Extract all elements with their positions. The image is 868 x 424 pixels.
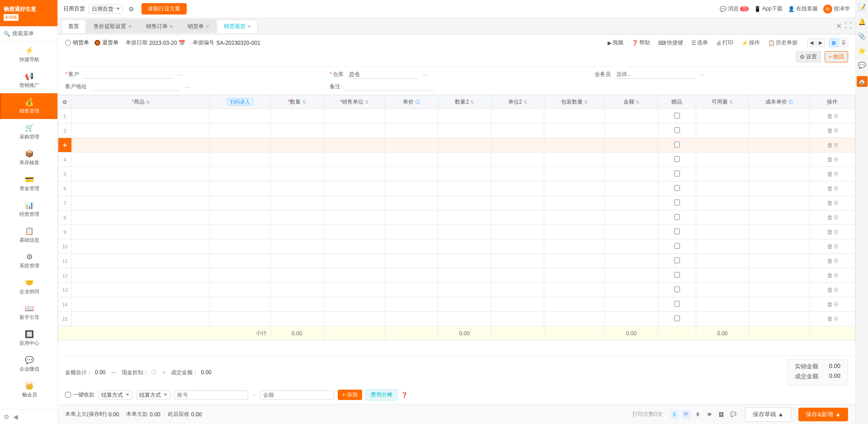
copy-icon[interactable]: ⎘ [835, 142, 838, 148]
active-product-input[interactable] [75, 142, 207, 148]
taskbar-icon-mic[interactable]: 🎙 [693, 410, 703, 419]
active-price-cell[interactable] [385, 138, 438, 152]
unit2-sort-icon[interactable]: ⇅ [524, 100, 527, 105]
payment-method-select[interactable]: 结算方式 [98, 391, 132, 400]
sidebar-item-quick-nav[interactable]: ⚡ 快捷导航 [0, 42, 57, 67]
salesperson-input[interactable] [614, 70, 696, 79]
message-btn[interactable]: 💬 消息 70 [720, 5, 749, 13]
copy-icon[interactable]: ⎘ [835, 171, 838, 177]
gift-checkbox[interactable] [674, 257, 680, 263]
copy-icon[interactable]: ⎘ [835, 286, 838, 293]
table-settings-icon[interactable]: ⚙ [62, 99, 67, 105]
delete-icon[interactable]: 🗑 [827, 301, 833, 308]
pack-sort-icon[interactable]: ⇅ [584, 100, 588, 105]
pack-qty-cell[interactable] [544, 124, 605, 138]
calculation-method-select[interactable]: 结算方式 [136, 391, 170, 400]
pack-qty-cell[interactable] [544, 109, 605, 124]
right-panel-icon-3[interactable]: 📎 [858, 33, 866, 40]
save-new-button[interactable]: 保存&新增 ▲ [798, 408, 848, 421]
copy-icon[interactable]: ⎘ [835, 315, 838, 322]
sidebar-search[interactable]: 🔍 搜索菜单 [0, 26, 57, 42]
tab-sales-return[interactable]: 销货退货 ✕ [217, 19, 258, 33]
gift-checkbox[interactable] [674, 301, 680, 307]
add-row-icon[interactable]: + [63, 141, 67, 149]
copy-icon[interactable]: ⎘ [835, 272, 838, 279]
delete-icon[interactable]: 🗑 [827, 127, 833, 134]
sidebar-item-system[interactable]: ⚙ 系统管理 [0, 248, 57, 274]
delete-icon[interactable]: 🗑 [827, 272, 833, 279]
sidebar-item-finance[interactable]: 💳 资金管理 [0, 171, 57, 196]
tab-sales-delivery[interactable]: 销货单 ✕ [181, 19, 216, 33]
taskbar-icon-chat[interactable]: 💬 [729, 410, 738, 419]
address-input[interactable] [90, 82, 181, 91]
right-panel-icon-5[interactable]: 💬 [858, 62, 866, 69]
customer-input[interactable] [83, 70, 173, 79]
sidebar-item-basic[interactable]: 📋 基础信息 [0, 222, 57, 248]
tab-sales-order-close[interactable]: ✕ [170, 24, 173, 29]
copy-icon[interactable]: ⎘ [835, 229, 838, 235]
one-click-label[interactable]: 一键收款 [65, 391, 94, 399]
copy-icon[interactable]: ⎘ [835, 214, 838, 221]
experience-button[interactable]: 体验行业方案 [142, 3, 187, 14]
taskbar-icon-eye[interactable]: 👁 [705, 410, 714, 419]
shortcut-btn[interactable]: ⌨ 快捷键 [656, 38, 685, 48]
account-dots[interactable]: ··· [252, 392, 256, 398]
list-view-btn[interactable]: ☰ [839, 38, 848, 47]
unit-price-cell[interactable] [385, 124, 438, 138]
video-btn[interactable]: ▶ 视频 [606, 38, 625, 48]
delete-icon[interactable]: 🗑 [827, 214, 833, 221]
delete-icon[interactable]: 🗑 [827, 286, 833, 293]
gift-cell[interactable] [658, 109, 696, 124]
barcode-scan-btn[interactable]: 扫码录入 [227, 98, 253, 105]
delete-icon[interactable]: 🗑 [827, 171, 833, 177]
tab-sales-return-close[interactable]: ✕ [247, 24, 251, 29]
taskbar-icon-zh[interactable]: 中 [682, 410, 691, 419]
salesperson-dots[interactable]: ··· [699, 71, 705, 78]
copy-icon[interactable]: ⎘ [835, 185, 838, 192]
tab-price-settings[interactable]: 售价提取设置 ✕ [87, 19, 138, 33]
right-panel-icon-6[interactable]: 🏠 [857, 76, 868, 87]
remarks-input[interactable] [344, 82, 434, 91]
qty2-cell[interactable] [438, 124, 491, 138]
right-panel-icon-2[interactable]: 🔔 [858, 18, 866, 25]
gift-checkbox[interactable] [674, 214, 680, 220]
sidebar-item-member[interactable]: 👑 畅会员 [0, 377, 57, 403]
delete-icon[interactable]: 🗑 [827, 243, 833, 250]
tab-home[interactable]: 首页 [61, 19, 86, 33]
close-all-icon[interactable]: ✕ [836, 22, 842, 30]
sidebar-item-operations[interactable]: 📊 经营管理 [0, 196, 57, 222]
sidebar-item-inventory[interactable]: 📦 库存核算 [0, 145, 57, 171]
grid-view-btn[interactable]: ▦ [829, 38, 838, 47]
amount-input[interactable] [260, 391, 334, 400]
copy-icon[interactable]: ⎘ [835, 113, 838, 119]
gift-checkbox[interactable] [674, 185, 680, 191]
tab-sales-delivery-close[interactable]: ✕ [206, 24, 209, 29]
active-unit2-cell[interactable] [491, 138, 544, 152]
sidebar-item-enterprise[interactable]: 🤝 企业协同 [0, 274, 57, 300]
save-draft-button[interactable]: 保存草稿 ▲ [745, 407, 792, 422]
tab-price-settings-close[interactable]: ✕ [128, 24, 132, 29]
warehouse-input[interactable] [347, 70, 419, 79]
qty-cell[interactable] [270, 124, 323, 138]
add-payment-btn[interactable]: + + 添加 添加 [338, 390, 362, 400]
copy-icon[interactable]: ⎘ [835, 127, 838, 134]
taskbar-icon-s[interactable]: S [670, 410, 679, 419]
delete-icon[interactable]: 🗑 [827, 113, 833, 119]
gift-checkbox[interactable] [674, 171, 680, 176]
amount-sort-icon[interactable]: ⇅ [636, 100, 639, 105]
th-settings[interactable]: ⚙ [58, 95, 72, 109]
delete-icon[interactable]: 🗑 [827, 257, 833, 264]
sidebar-item-guide[interactable]: 📖 新手引导 [0, 300, 57, 325]
gift-checkbox[interactable] [674, 156, 680, 162]
active-unit-cell[interactable] [323, 138, 385, 152]
active-gift-checkbox[interactable] [674, 142, 680, 148]
right-panel-icon-1[interactable]: 📝 [858, 4, 866, 11]
print-btn[interactable]: 🖨 打印 [714, 38, 735, 48]
gift-checkbox[interactable] [674, 113, 680, 119]
sidebar-item-wechat[interactable]: 💬 企业微信 [0, 351, 57, 377]
active-product-cell[interactable] [72, 138, 210, 152]
unit2-cell[interactable] [491, 109, 544, 124]
gift-checkbox[interactable] [674, 229, 680, 234]
sidebar-item-marketing[interactable]: 📢 营销推广 [0, 67, 57, 93]
address-dots[interactable]: ··· [184, 83, 190, 91]
